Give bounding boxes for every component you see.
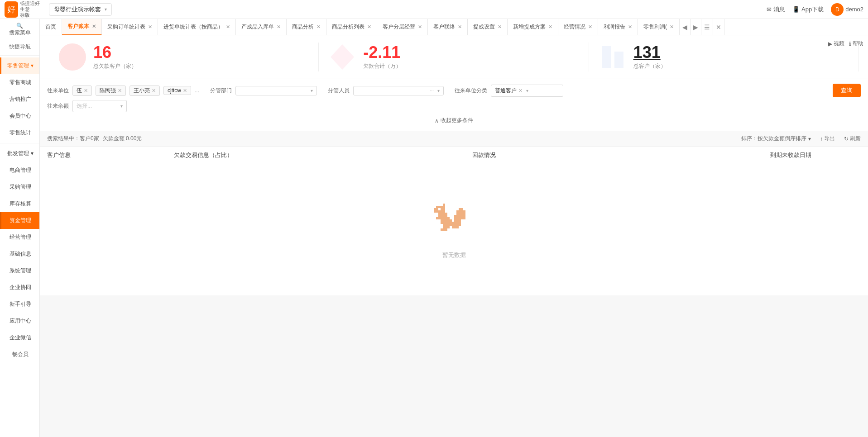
tab-product-analysis[interactable]: 商品分析 ✕ bbox=[287, 19, 326, 35]
page-content: ¥ 16 总欠款客户（家） bbox=[40, 35, 868, 437]
sidebar-item-enterprise-coop[interactable]: 企业协同 bbox=[0, 279, 39, 296]
help-btn[interactable]: ℹ 帮助 bbox=[849, 40, 863, 48]
tab-new-achievement[interactable]: 新增提成方案 ✕ bbox=[508, 19, 558, 35]
sidebar-item-purchase[interactable]: 采购管理 bbox=[0, 179, 39, 195]
tab-customer-contact[interactable]: 客户联络 ✕ bbox=[428, 19, 468, 35]
video-btn[interactable]: ▶ 视频 bbox=[828, 40, 844, 48]
close-icon[interactable]: ✕ bbox=[588, 24, 592, 30]
chevron-down-icon: ▾ bbox=[311, 88, 313, 93]
sidebar-divider bbox=[0, 55, 39, 56]
sort-btn[interactable]: 排序：按欠款金额倒序排序 ▾ bbox=[741, 135, 811, 142]
search-result-text: 搜索结果中：客户0家 bbox=[47, 135, 99, 142]
close-icon[interactable]: ✕ bbox=[277, 24, 281, 30]
remove-unit-2-btn[interactable]: ✕ bbox=[118, 88, 122, 94]
tab-product-analysis-list[interactable]: 商品分析列表 ✕ bbox=[326, 19, 377, 35]
remove-class-1-btn[interactable]: ✕ bbox=[518, 88, 523, 94]
filter-person-select[interactable]: ··· ▾ bbox=[353, 86, 444, 95]
close-icon[interactable]: ✕ bbox=[670, 24, 674, 30]
collapse-btn[interactable]: ∧ 收起更多条件 bbox=[433, 115, 475, 126]
chevron-up-icon: ∧ bbox=[435, 118, 439, 124]
remove-unit-3-btn[interactable]: ✕ bbox=[152, 88, 156, 94]
tab-close-all-btn[interactable]: ✕ bbox=[713, 19, 724, 35]
tab-inbound-stats[interactable]: 进货单统计表（按商品） ✕ bbox=[158, 19, 236, 35]
stat-card-total-customers: 131 总客户（家） bbox=[589, 43, 859, 71]
sidebar-item-inventory[interactable]: 库存核算 bbox=[0, 195, 39, 212]
stat-label-3: 总客户（家） bbox=[633, 62, 849, 70]
sidebar-item-operations[interactable]: 经营管理 bbox=[0, 229, 39, 246]
user-avatar-area[interactable]: D demo2 bbox=[831, 3, 863, 16]
stat-info-2: -2.11 欠款合计（万） bbox=[363, 44, 579, 70]
remove-unit-4-btn[interactable]: ✕ bbox=[183, 88, 187, 94]
app-download-btn[interactable]: 📱 App下载 bbox=[792, 5, 824, 14]
tab-customer-tier[interactable]: 客户分层经营 ✕ bbox=[377, 19, 428, 35]
close-icon[interactable]: ✕ bbox=[548, 24, 552, 30]
sidebar-item-retail-stats[interactable]: 零售统计 bbox=[0, 124, 39, 141]
svg-text:¥: ¥ bbox=[68, 50, 76, 64]
filter-unit-label: 往来单位 bbox=[47, 87, 69, 95]
sidebar-item-new-guide[interactable]: 新手引导 bbox=[0, 296, 39, 313]
close-icon[interactable]: ✕ bbox=[226, 24, 230, 30]
account-selector[interactable]: 母婴行业演示帐套 ▾ bbox=[49, 3, 112, 16]
filter-row-1: 往来单位 伍 ✕ 陈民强 ✕ 王小亮 ✕ bbox=[47, 84, 861, 97]
tab-purchase-order-stats[interactable]: 采购订单统计表 ✕ bbox=[102, 19, 158, 35]
tab-profit-report[interactable]: 利润报告 ✕ bbox=[598, 19, 638, 35]
stats-top-right: ▶ 视频 ℹ 帮助 bbox=[828, 40, 863, 48]
search-button[interactable]: 查询 bbox=[833, 84, 861, 97]
sidebar-item-retail[interactable]: 零售管理 ▾ bbox=[0, 57, 39, 74]
sidebar-item-retail-mall[interactable]: 零售商城 bbox=[0, 74, 39, 91]
amount-text: 欠款金额 0.00元 bbox=[103, 135, 142, 142]
close-icon[interactable]: ✕ bbox=[148, 24, 152, 30]
sidebar-item-member2[interactable]: 畅会员 bbox=[0, 346, 39, 363]
refresh-btn[interactable]: ↻ 刷新 bbox=[844, 135, 861, 142]
tab-product-inbound[interactable]: 产成品入库单 ✕ bbox=[236, 19, 287, 35]
sidebar-item-app-center[interactable]: 应用中心 bbox=[0, 313, 39, 329]
sidebar: 🔍 搜索菜单 快捷导航 零售管理 ▾ 零售商城 营销推广 会员中心 零售统计 bbox=[0, 19, 40, 437]
sidebar-item-member[interactable]: 会员中心 bbox=[0, 108, 39, 124]
filter-dept-select[interactable]: ▾ bbox=[235, 86, 317, 95]
tab-retail-profit[interactable]: 零售利润( ✕ bbox=[638, 19, 680, 35]
message-btn[interactable]: ✉ 消息 bbox=[767, 5, 785, 14]
logo-icon: 好 bbox=[5, 1, 18, 18]
remove-unit-1-btn[interactable]: ✕ bbox=[84, 88, 88, 94]
close-icon[interactable]: ✕ bbox=[367, 24, 371, 30]
app-container: 好 畅捷通好生意 标版 母婴行业演示帐套 ▾ ✉ 消息 📱 App下载 D de… bbox=[0, 0, 868, 437]
sidebar-item-marketing[interactable]: 营销推广 bbox=[0, 91, 39, 108]
tab-menu-btn[interactable]: ☰ bbox=[701, 19, 713, 35]
tab-prev-btn[interactable]: ◀ bbox=[680, 19, 691, 35]
sidebar-search-btn[interactable]: 🔍 搜索菜单 bbox=[0, 19, 39, 40]
money-icon: ¥ bbox=[58, 43, 87, 71]
ellipsis-icon: ··· bbox=[430, 88, 434, 93]
filter-class-select[interactable]: 普通客户 ✕ ▾ bbox=[491, 85, 563, 97]
stats-row: ¥ 16 总欠款客户（家） bbox=[40, 35, 868, 79]
close-icon[interactable]: ✕ bbox=[418, 24, 422, 30]
sidebar-item-wholesale[interactable]: 批发管理 ▾ bbox=[0, 145, 39, 162]
tab-business-status[interactable]: 经营情况 ✕ bbox=[558, 19, 598, 35]
tab-next-btn[interactable]: ▶ bbox=[691, 19, 701, 35]
sidebar-item-system[interactable]: 系统管理 bbox=[0, 262, 39, 279]
sidebar-item-enterprise-wechat[interactable]: 企业微信 bbox=[0, 329, 39, 346]
stat-icon-1: ¥ bbox=[58, 43, 87, 71]
filter-class-label: 往来单位分类 bbox=[455, 87, 487, 95]
filter-more-btn[interactable]: ... bbox=[195, 87, 199, 94]
close-icon[interactable]: ✕ bbox=[458, 24, 462, 30]
filter-remain-select[interactable]: 选择... ▾ bbox=[72, 100, 127, 112]
filter-remain-label: 往来余额 bbox=[47, 102, 69, 110]
sidebar-quick-nav[interactable]: 快捷导航 bbox=[0, 40, 39, 53]
close-icon[interactable]: ✕ bbox=[498, 24, 502, 30]
close-icon[interactable]: ✕ bbox=[628, 24, 632, 30]
chevron-down-icon: ▾ bbox=[120, 104, 123, 109]
sidebar-item-ecommerce[interactable]: 电商管理 bbox=[0, 162, 39, 179]
stat-icon-2 bbox=[328, 43, 357, 71]
tab-home[interactable]: 首页 bbox=[40, 19, 62, 35]
sidebar-item-basic[interactable]: 基础信息 bbox=[0, 246, 39, 262]
close-icon[interactable]: ✕ bbox=[92, 24, 96, 29]
tab-customer-debt[interactable]: 客户账本 ✕ bbox=[62, 19, 102, 35]
close-icon[interactable]: ✕ bbox=[317, 24, 321, 30]
diamond-icon bbox=[328, 43, 357, 71]
sidebar-item-finance[interactable]: 资金管理 bbox=[0, 212, 39, 229]
tab-remind-settings[interactable]: 提成设置 ✕ bbox=[468, 19, 508, 35]
export-btn[interactable]: ↑ 导出 bbox=[820, 135, 835, 142]
stat-value-2: -2.11 bbox=[363, 44, 579, 61]
filter-tag-class-1: 普通客户 ✕ bbox=[495, 87, 523, 95]
stat-value-1: 16 bbox=[93, 44, 309, 61]
